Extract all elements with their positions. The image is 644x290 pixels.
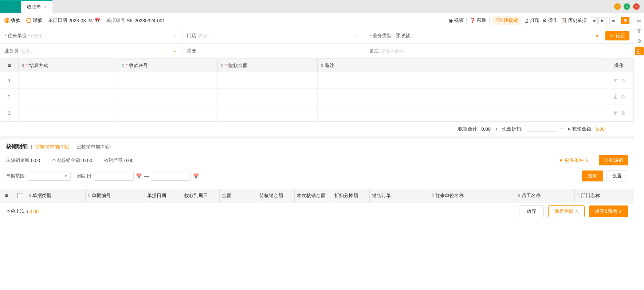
sidebar-attach-icon[interactable]: ⊕ (635, 36, 644, 45)
bottom-table-header: ⚙ ⇅ 单据类型 ⇅ 单据编号 单据日期 收款到期日 金额 (0, 189, 634, 202)
salesperson-input[interactable] (20, 48, 169, 54)
layout-icon[interactable]: ☰ (609, 17, 618, 24)
shortcut-button[interactable]: ⌨ 快捷键 (492, 16, 521, 25)
row-2-remark[interactable] (318, 89, 604, 105)
discount-input[interactable] (527, 126, 556, 132)
bill-no-field: 单据编号 SK-20230324-001 (106, 17, 165, 24)
date-from-calendar-icon[interactable]: 📅 (136, 173, 142, 179)
sidebar-expand-icon[interactable]: ◱ (635, 47, 644, 55)
row-1-copy-icon[interactable]: ⧉ (621, 77, 625, 83)
bth-no-label: 单据编号 (92, 192, 111, 199)
bill-range-select[interactable] (27, 172, 71, 181)
receipt-radio[interactable]: 收款 (4, 17, 20, 24)
right-sidebar: ▤ ▥ ⊕ ◱ (634, 13, 644, 290)
close-button[interactable]: × (633, 3, 640, 10)
divider-2 (489, 17, 490, 24)
next-arrow[interactable]: ▶ (598, 17, 606, 24)
row-1-amount[interactable] (218, 72, 318, 88)
date-calendar-icon[interactable]: 📅 (94, 17, 101, 23)
row-1-settlement[interactable] (19, 72, 118, 88)
video-button[interactable]: ◉ 视频 (448, 17, 463, 24)
salesperson-more-btn[interactable]: ··· (171, 48, 178, 54)
row-3-settlement[interactable] (19, 105, 118, 121)
maximize-button[interactable]: □ (624, 3, 630, 10)
row-3-copy-icon[interactable]: ⧉ (621, 110, 625, 116)
select-all-checkbox[interactable] (17, 193, 22, 198)
bth-counterpart-label: 往来单位名称 (435, 192, 464, 199)
tab-home[interactable]: 首页 (0, 0, 21, 13)
counterpart-more-btn[interactable]: ··· (171, 33, 178, 39)
query-button[interactable]: 查询 (582, 171, 603, 181)
this-time-stat: 本次核销金额: 0.00 (52, 157, 92, 164)
done-tab[interactable]: 已核销单据(0笔) (76, 144, 111, 150)
form-row-2: 业务员 ··· 摘要 备注 (0, 44, 634, 59)
auto-clearance-button[interactable]: 自动核销 (599, 155, 628, 165)
date-to-input[interactable]: 2022-04-12 (151, 172, 191, 181)
save-draft-button[interactable]: 保存草稿 ∧ (548, 205, 585, 217)
remarks-field: 备注 (369, 48, 629, 54)
total-label: 收款合计 (458, 126, 477, 132)
operation-button[interactable]: ⚙ 操作 (542, 17, 558, 24)
row-3-account[interactable] (118, 105, 218, 121)
row-2-amount[interactable] (218, 89, 318, 105)
settlement-required: * (26, 63, 28, 68)
history-button[interactable]: 📋 历史单据 (561, 17, 587, 24)
row-3-delete-icon[interactable]: 🗑 (613, 110, 618, 116)
help-button[interactable]: ❓ 帮助 (470, 17, 486, 24)
tab-close-icon[interactable]: × (44, 4, 47, 9)
bth-discount: 折扣分摊额 (332, 189, 370, 202)
receipt-radio-label: 收款 (11, 17, 20, 24)
fd4 (365, 47, 365, 55)
date-label: 单据日期 (48, 17, 67, 24)
th-settings[interactable]: ⚙ (0, 60, 19, 71)
store-more-btn[interactable]: ··· (353, 33, 360, 39)
bth-settings[interactable]: ⚙ (0, 190, 13, 201)
available-value: 0.00 (596, 126, 605, 132)
summary-label: 摘要 (187, 48, 196, 54)
video-icon: ◉ (448, 17, 453, 23)
tab-receipt[interactable]: 收款单 × (21, 0, 52, 13)
clearance-info-icon[interactable]: ℹ (31, 144, 32, 150)
date-to-calendar-icon[interactable]: 📅 (193, 173, 199, 179)
store-input[interactable] (198, 33, 352, 39)
row-2-account[interactable] (118, 89, 218, 105)
biz-type-dropdown[interactable]: ▼ (593, 33, 601, 39)
row-2-settlement[interactable] (19, 89, 118, 105)
biz-type-settings-btn[interactable]: ⚙ 设置 (605, 31, 629, 40)
date-from-input[interactable]: 2022-04-01 (94, 172, 134, 181)
toolbar-right: ◉ 视频 ❓ 帮助 ⌨ 快捷键 🖨 打印 ⚙ 操作 📋 (448, 16, 629, 25)
row-2-delete-icon[interactable]: 🗑 (613, 94, 618, 99)
save-new-chevron: ∧ (619, 209, 622, 214)
bth-pending-label: 待核销金额 (259, 192, 283, 199)
salesperson-field: 业务员 ··· (4, 48, 178, 54)
sidebar-list-icon[interactable]: ▥ (635, 26, 644, 35)
row-3-amount[interactable] (218, 105, 318, 121)
row-2-copy-icon[interactable]: ⧉ (621, 94, 625, 100)
tab-home-label: 首页 (6, 4, 15, 10)
save-draft-chevron: ∧ (575, 209, 578, 214)
help-label: 帮助 (477, 17, 486, 24)
footer-info-icon[interactable]: ℹ (26, 209, 28, 214)
prev-arrow[interactable]: ◀ (590, 17, 598, 24)
row-3-remark[interactable] (318, 105, 604, 121)
pending-tab[interactable]: 待核销单据(0笔) (35, 144, 70, 150)
abandon-button[interactable]: 放弃 (519, 205, 544, 217)
row-1-delete-icon[interactable]: 🗑 (613, 77, 618, 83)
remarks-input[interactable] (380, 48, 629, 54)
print-button[interactable]: 🖨 打印 (524, 17, 539, 24)
minimize-button[interactable]: — (614, 3, 621, 10)
more-conditions-btn[interactable]: ▼ 更多条件 ∧ (558, 157, 589, 164)
bth-sales-order-label: 销售订单 (372, 192, 391, 199)
grid-icon[interactable]: ⊞ (621, 17, 629, 24)
counterpart-input[interactable] (28, 33, 169, 39)
row-1-remark[interactable] (318, 72, 604, 88)
refund-radio[interactable]: 退款 (26, 17, 42, 24)
footer-actions: 放弃 保存草稿 ∧ 保存&新增 ∧ (519, 205, 628, 217)
summary-input[interactable] (198, 48, 360, 54)
row-1-account[interactable] (118, 72, 218, 88)
save-new-label: 保存&新增 (595, 208, 617, 215)
bth-no: ⇅ 单据编号 (86, 189, 145, 202)
save-new-button[interactable]: 保存&新增 ∧ (589, 205, 628, 217)
settings-button[interactable]: 设置 (606, 171, 628, 181)
sidebar-table-icon[interactable]: ▤ (635, 16, 644, 25)
